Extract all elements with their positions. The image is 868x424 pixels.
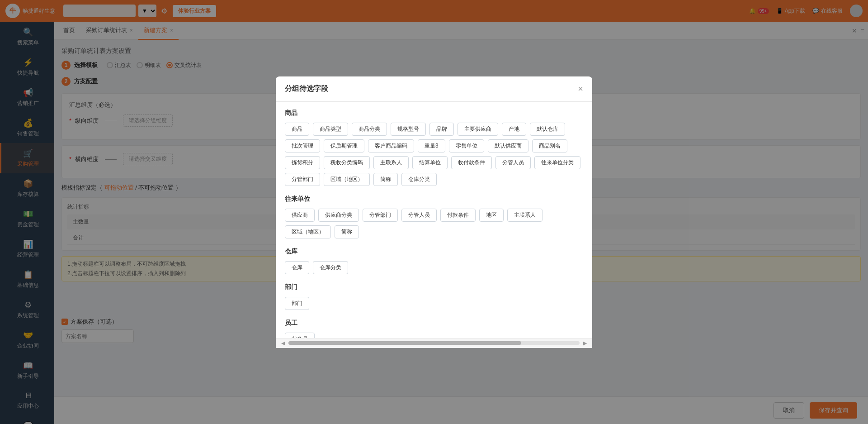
field-tag[interactable]: 分管部门 [285,173,320,186]
field-tag[interactable]: 主联系人 [373,156,409,169]
scroll-track [288,341,580,345]
field-tag[interactable]: 仓库 [285,261,309,274]
field-tag[interactable]: 结算单位 [412,156,448,169]
field-tag[interactable]: 默认供应商 [488,139,528,152]
field-tag[interactable]: 区域（地区） [285,225,331,238]
field-tag[interactable]: 商品分类 [352,123,387,136]
field-tag[interactable]: 分管人员 [401,209,437,222]
field-select-dialog: 分组待选字段 × 商品 商品商品类型商品分类规格型号品牌主要供应商产地默认仓库批… [276,76,592,348]
field-tag[interactable]: 仓库分类 [313,261,348,274]
field-tags-warehouse: 仓库仓库分类 [285,261,583,274]
field-tag[interactable]: 分管人员 [495,156,531,169]
field-tag[interactable]: 重量3 [418,139,445,152]
field-tag[interactable]: 保质期管理 [324,139,364,152]
field-group-staff: 员工 业务员 [285,319,583,338]
field-tag[interactable]: 区域（地区） [324,173,370,186]
dialog-header: 分组待选字段 × [276,76,592,102]
field-tag[interactable]: 品牌 [429,123,454,136]
dialog-close-button[interactable]: × [578,84,583,94]
field-tag[interactable]: 地区 [479,209,504,222]
field-tag[interactable]: 分管部门 [363,209,398,222]
dialog-scroll-bar: ◀ ▶ [276,338,592,348]
field-group-warehouse: 仓库 仓库仓库分类 [285,248,583,274]
field-tag[interactable]: 业务员 [285,333,315,338]
field-tag[interactable]: 拣货积分 [285,156,320,169]
field-group-staff-title: 员工 [285,319,583,327]
scroll-thumb [288,341,521,345]
field-tag[interactable]: 主联系人 [507,209,542,222]
field-tags-product: 商品商品类型商品分类规格型号品牌主要供应商产地默认仓库批次管理保质期管理客户商品… [285,123,583,186]
field-tag[interactable]: 税收分类编码 [324,156,370,169]
field-group-product-title: 商品 [285,109,583,117]
field-tag[interactable]: 部门 [285,297,309,310]
field-tag[interactable]: 付款条件 [440,209,476,222]
field-tag[interactable]: 批次管理 [285,139,320,152]
field-tag[interactable]: 主要供应商 [458,123,498,136]
field-tag[interactable]: 供应商分类 [318,209,359,222]
field-group-dept: 部门 部门 [285,283,583,310]
scroll-left-arrow[interactable]: ◀ [279,340,287,346]
field-group-dept-title: 部门 [285,283,583,291]
field-tag[interactable]: 零售单位 [449,139,484,152]
field-tag[interactable]: 商品别名 [532,139,567,152]
field-group-contacts: 往来单位 供应商供应商分类分管部门分管人员付款条件地区主联系人区域（地区）简称 [285,195,583,238]
field-group-warehouse-title: 仓库 [285,248,583,256]
field-tag[interactable]: 往来单位分类 [534,156,580,169]
scroll-right-arrow[interactable]: ▶ [581,340,589,346]
field-tag[interactable]: 规格型号 [391,123,426,136]
field-tag[interactable]: 产地 [502,123,526,136]
field-tag[interactable]: 默认仓库 [530,123,565,136]
field-tags-contacts: 供应商供应商分类分管部门分管人员付款条件地区主联系人区域（地区）简称 [285,209,583,238]
dialog-title: 分组待选字段 [285,84,328,94]
field-tag[interactable]: 简称 [373,173,398,186]
field-tag[interactable]: 供应商 [285,209,315,222]
field-tags-staff: 业务员 [285,333,583,338]
field-tag[interactable]: 仓库分类 [401,173,437,186]
field-tag[interactable]: 简称 [335,225,359,238]
field-tag[interactable]: 商品 [285,123,309,136]
field-group-contacts-title: 往来单位 [285,195,583,203]
field-tag[interactable]: 客户商品编码 [368,139,414,152]
field-tag[interactable]: 商品类型 [313,123,348,136]
field-tags-dept: 部门 [285,297,583,310]
field-group-product: 商品 商品商品类型商品分类规格型号品牌主要供应商产地默认仓库批次管理保质期管理客… [285,109,583,186]
field-tag[interactable]: 收付款条件 [451,156,492,169]
dialog-body: 商品 商品商品类型商品分类规格型号品牌主要供应商产地默认仓库批次管理保质期管理客… [276,102,592,338]
